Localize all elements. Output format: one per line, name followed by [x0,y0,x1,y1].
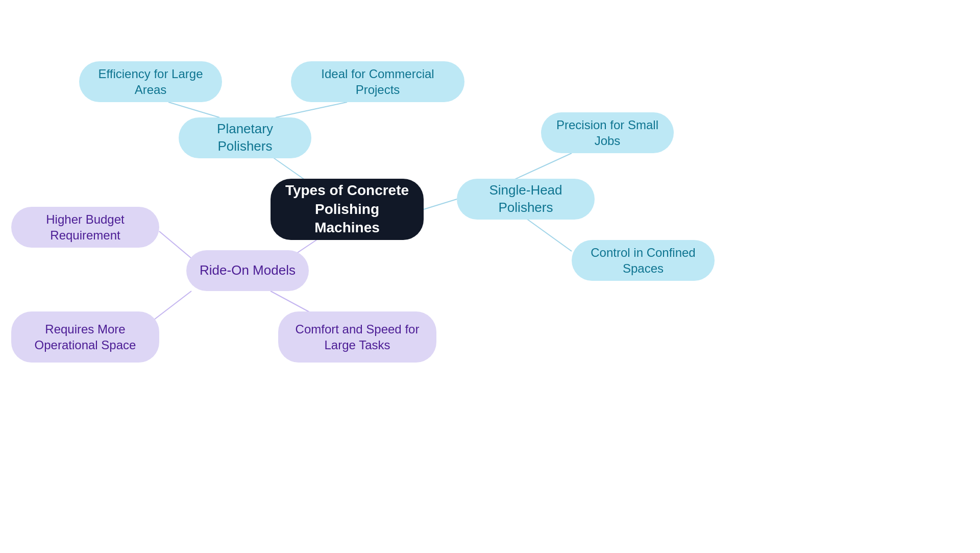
commercial-node: Ideal for Commercial Projects [291,61,464,102]
control-label: Control in Confined Spaces [584,245,702,276]
budget-node: Higher Budget Requirement [11,207,159,248]
commercial-label: Ideal for Commercial Projects [303,66,452,98]
efficiency-node: Efficiency for Large Areas [79,61,222,102]
central-label: Types of Concrete Polishing Machines [283,181,411,237]
efficiency-label: Efficiency for Large Areas [91,66,210,98]
comfort-node: Comfort and Speed for Large Tasks [278,311,436,363]
svg-line-7 [159,231,194,260]
singlehead-label: Single-Head Polishers [469,182,582,217]
svg-line-4 [510,153,572,181]
central-node: Types of Concrete Polishing Machines [271,179,424,240]
svg-line-3 [424,199,457,209]
singlehead-node: Single-Head Polishers [457,179,595,220]
rideon-node: Ride-On Models [186,250,309,291]
comfort-label: Comfort and Speed for Large Tasks [290,321,424,353]
precision-label: Precision for Small Jobs [553,117,662,149]
space-label: Requires More Operational Space [23,321,147,353]
svg-line-5 [521,214,572,251]
svg-line-1 [168,102,219,117]
svg-line-2 [276,102,347,117]
planetary-label: Planetary Polishers [191,121,299,155]
precision-node: Precision for Small Jobs [541,112,674,153]
space-node: Requires More Operational Space [11,311,159,363]
control-node: Control in Confined Spaces [572,240,715,281]
rideon-label: Ride-On Models [200,262,296,279]
planetary-polishers-node: Planetary Polishers [179,117,311,158]
budget-label: Higher Budget Requirement [23,211,147,243]
